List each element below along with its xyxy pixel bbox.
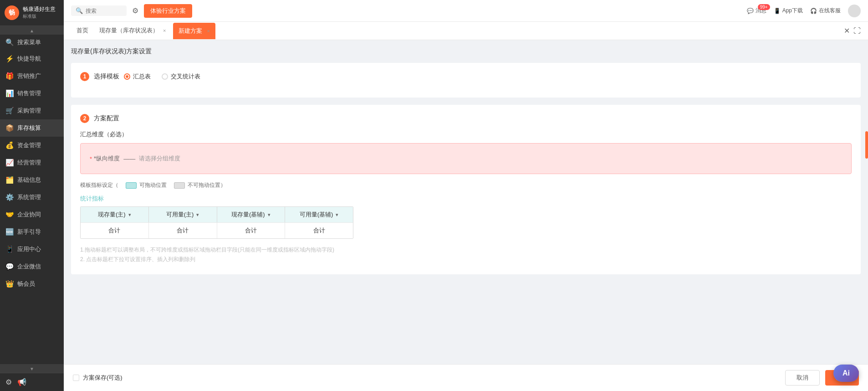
message-button[interactable]: 💬 消息 99+ (747, 7, 766, 15)
search-input[interactable] (86, 8, 122, 14)
tab-new-plan[interactable]: 新建方案 × (173, 23, 215, 39)
enterprise-wechat-icon: 💬 (5, 262, 14, 271)
operations-icon: 📈 (5, 159, 14, 167)
radio-cross[interactable]: 交叉统计表 (162, 72, 200, 81)
newcomer-icon: 🆕 (5, 228, 14, 236)
non-draggable-indicator: 不可拖动位置） (174, 181, 226, 189)
search-icon: 🔍 (76, 7, 83, 14)
tab-bar: 首页 现存量（库存状况表） × 新建方案 × ✕ ⛶ (64, 22, 868, 40)
vertical-dim-placeholder: 请选择分组维度 (139, 154, 180, 163)
stat-cell-2: 合计 (217, 223, 286, 238)
non-draggable-box (174, 182, 185, 189)
stat-col-3-chevron[interactable]: ▾ (336, 212, 338, 218)
tab-home[interactable]: 首页 (71, 22, 94, 40)
tab-new-close[interactable]: × (207, 28, 209, 34)
sidebar-item-basic-info[interactable]: 🗂️ 基础信息 (0, 171, 64, 189)
user-avatar[interactable] (848, 5, 861, 17)
stat-table-data-row: 合计 合计 合计 合计 (81, 222, 353, 238)
main-area: 🔍 ⚙ 体验行业方案 💬 消息 99+ 📱 App下载 🎧 在线客服 (64, 0, 868, 391)
step1-badge: 1 (80, 72, 89, 81)
stat-col-3: 可用量(基辅) ▾ (285, 207, 353, 222)
save-checkbox[interactable] (73, 375, 79, 381)
sidebar: 畅 畅康通好生意 标准版 ▲ 🔍 搜索菜单 ⚡ 快捷导航 🎁 营销推广 📊 销售… (0, 0, 64, 391)
stat-col-1: 可用量(主) ▾ (149, 207, 217, 222)
search-box[interactable]: 🔍 (71, 5, 127, 16)
sidebar-item-finance[interactable]: 💰 资金管理 (0, 137, 64, 154)
sidebar-item-marketing[interactable]: 🎁 营销推广 (0, 67, 64, 85)
radio-summary[interactable]: 汇总表 (124, 72, 151, 81)
sidebar-item-label: 基础信息 (17, 176, 41, 184)
step2-card: 2 方案配置 汇总维度（必选） * *纵向维度 —— 请选择分组维度 模板指标设… (71, 105, 861, 274)
window-close-icon[interactable]: ✕ (844, 26, 850, 35)
speaker-icon[interactable]: 📢 (17, 378, 26, 386)
step2-badge: 2 (80, 114, 89, 123)
stat-col-0: 现存量(主) ▾ (81, 207, 149, 222)
sidebar-item-label: 快捷导航 (17, 55, 41, 63)
settings-icon[interactable]: ⚙ (5, 378, 12, 386)
sidebar-item-purchase[interactable]: 🛒 采购管理 (0, 102, 64, 119)
sidebar-item-app-center[interactable]: 📱 应用中心 (0, 241, 64, 258)
sidebar-item-enterprise-collab[interactable]: 🤝 企业协同 (0, 206, 64, 223)
stat-cell-1: 合计 (149, 223, 217, 238)
inventory-icon: 📦 (5, 124, 14, 132)
page-title: 现存量(库存状况表)方案设置 (71, 47, 861, 56)
stat-table-header: 现存量(主) ▾ 可用量(主) ▾ 现存量(基辅) ▾ 可用量(基辅) ▾ (81, 207, 353, 222)
sidebar-item-label: 采购管理 (17, 107, 41, 115)
topbar-settings-icon[interactable]: ⚙ (132, 6, 138, 15)
sidebar-item-label: 畅会员 (17, 280, 35, 288)
sidebar-item-quick-nav[interactable]: ⚡ 快捷导航 (0, 50, 64, 67)
statistics-table: 现存量(主) ▾ 可用量(主) ▾ 现存量(基辅) ▾ 可用量(基辅) ▾ (80, 206, 353, 239)
stat-col-2-chevron[interactable]: ▾ (268, 212, 271, 218)
app-download-button[interactable]: 📱 App下载 (774, 7, 803, 15)
draggable-box (126, 182, 137, 189)
sidebar-item-label: 企业微信 (17, 262, 41, 271)
message-badge: 99+ (758, 4, 770, 10)
step2-header: 2 方案配置 (80, 114, 852, 123)
trial-button[interactable]: 体验行业方案 (144, 4, 192, 18)
app-download-label: App下载 (782, 7, 803, 15)
cancel-button[interactable]: 取消 (785, 370, 820, 386)
sidebar-item-enterprise-wechat[interactable]: 💬 企业微信 (0, 258, 64, 275)
sidebar-item-label: 新手引导 (17, 228, 41, 236)
tab-inventory-label: 现存量（库存状况表） (99, 26, 158, 35)
required-star: * (90, 155, 92, 162)
stat-col-0-chevron[interactable]: ▾ (128, 212, 131, 218)
sidebar-item-newcomer[interactable]: 🆕 新手引导 (0, 223, 64, 241)
sidebar-item-sales[interactable]: 📊 销售管理 (0, 85, 64, 102)
tab-inventory[interactable]: 现存量（库存状况表） × (94, 22, 171, 40)
system-icon: ⚙️ (5, 193, 14, 201)
sidebar-scroll-down[interactable]: ▼ (0, 364, 64, 373)
tab-inventory-close[interactable]: × (163, 28, 166, 33)
ai-button[interactable]: Ai (833, 365, 859, 382)
step1-header: 1 选择模板 汇总表 交叉统计表 (80, 72, 852, 81)
stat-col-0-label: 现存量(主) (98, 211, 126, 219)
tab-new-label: 新建方案 (179, 27, 202, 35)
online-service-button[interactable]: 🎧 在线客服 (810, 7, 841, 15)
indicator-row: 模板指标设定（ 可拖动位置 不可拖动位置） (80, 181, 852, 189)
service-icon: 🎧 (810, 8, 817, 14)
app-download-icon: 📱 (774, 8, 781, 14)
topbar-right: 💬 消息 99+ 📱 App下载 🎧 在线客服 (747, 5, 861, 17)
sidebar-item-label: 系统管理 (17, 193, 41, 201)
stat-cell-3: 合计 (285, 223, 353, 238)
app-center-icon: 📱 (5, 245, 14, 253)
sidebar-item-inventory[interactable]: 📦 库存核算 (0, 119, 64, 137)
radio-cross-label: 交叉统计表 (171, 72, 200, 81)
sidebar-item-label: 销售管理 (17, 89, 41, 98)
sidebar-item-system[interactable]: ⚙️ 系统管理 (0, 189, 64, 206)
tip-2: 2. 点击标题栏下拉可设置排序、插入列和删除列 (80, 256, 852, 263)
stat-col-1-label: 可用量(主) (166, 211, 194, 219)
sidebar-scroll-up[interactable]: ▲ (0, 26, 64, 35)
save-option: 方案保存(可选) (73, 374, 123, 382)
finance-icon: 💰 (5, 141, 14, 149)
message-icon: 💬 (747, 8, 754, 14)
sidebar-item-operations[interactable]: 📈 经营管理 (0, 154, 64, 171)
window-expand-icon[interactable]: ⛶ (853, 27, 861, 35)
tips-section: 1.拖动标题栏可以调整布局，不可跨维度或指标区域拖动栏目字段(只能在同一维度或指… (80, 246, 852, 263)
stat-col-1-chevron[interactable]: ▾ (196, 212, 199, 218)
indicator-label-text: 模板指标设定（ (80, 181, 118, 189)
draggable-indicator: 可拖动位置 (126, 181, 167, 189)
sidebar-item-search[interactable]: 🔍 搜索菜单 (0, 35, 64, 50)
sidebar-item-member[interactable]: 👑 畅会员 (0, 275, 64, 293)
sidebar-item-label: 应用中心 (17, 245, 41, 253)
